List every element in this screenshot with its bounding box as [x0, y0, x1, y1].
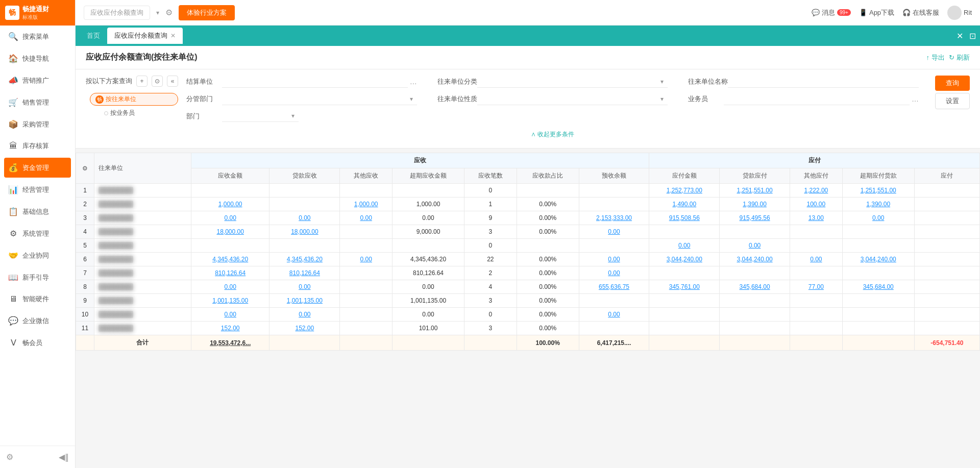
sidebar-item-purchase[interactable]: 📦 采购管理	[0, 113, 75, 135]
department-select[interactable]: ▾	[222, 110, 299, 122]
scheme-collapse-button[interactable]: «	[167, 76, 178, 87]
table-cell[interactable]: 0.00	[649, 239, 720, 253]
table-cell[interactable]: 0.00	[842, 211, 914, 225]
scheme-settings-button[interactable]: ⊙	[152, 76, 163, 87]
topbar-chevron-icon[interactable]: ▾	[156, 9, 159, 16]
close-window-icon[interactable]: ✕	[957, 31, 963, 41]
table-cell[interactable]: 0.00	[191, 308, 270, 322]
table-cell[interactable]: 1,001,135.00	[191, 294, 270, 308]
table-cell[interactable]: 810,126.64	[191, 266, 270, 280]
table-cell[interactable]: 18,000.00	[270, 225, 340, 239]
employee-input[interactable]	[724, 93, 910, 105]
table-cell[interactable]: 0.00	[579, 308, 649, 322]
setting-button[interactable]: 设置	[935, 93, 970, 109]
sidebar-item-search[interactable]: 🔍 搜索菜单	[0, 26, 75, 47]
query-button[interactable]: 查询	[935, 76, 970, 91]
sidebar-item-sales[interactable]: 🛒 销售管理	[0, 91, 75, 113]
table-cell[interactable]: 1,251,551.00	[842, 184, 914, 198]
sidebar-item-hardware[interactable]: 🖥 智能硬件	[0, 288, 75, 310]
filter-by-employee[interactable]: 按业务员	[90, 109, 178, 117]
table-cell[interactable]: 915,508.56	[649, 211, 720, 225]
table-cell[interactable]: 152.00	[270, 322, 340, 335]
table-cell[interactable]: 100.00	[790, 198, 842, 211]
partner-name-input[interactable]	[728, 76, 919, 88]
table-cell[interactable]: 0.00	[270, 308, 340, 322]
finance-icon: 💰	[8, 163, 18, 173]
table-cell[interactable]: 0.00	[340, 211, 393, 225]
settlement-input[interactable]	[222, 76, 408, 88]
table-settings-header[interactable]: ⚙	[76, 153, 94, 184]
sidebar-item-newbie[interactable]: 📖 新手引导	[0, 266, 75, 288]
employee-dots-icon[interactable]: …	[912, 95, 919, 103]
table-cell[interactable]: 1,222.00	[790, 184, 842, 198]
sidebar-item-operations[interactable]: 📊 经营管理	[0, 179, 75, 201]
table-cell[interactable]: 0.00	[579, 266, 649, 280]
table-cell[interactable]: 3,044,240.00	[720, 253, 790, 266]
table-cell[interactable]: 345,761.00	[649, 280, 720, 294]
table-cell[interactable]: 18,000.00	[191, 225, 270, 239]
messages-button[interactable]: 💬 消息 99+	[812, 8, 851, 17]
refresh-button[interactable]: ↻ 刷新	[949, 53, 970, 62]
collapse-sidebar-icon[interactable]: ◀‖	[57, 450, 71, 464]
table-cell[interactable]: 0.00	[579, 253, 649, 266]
tab-home[interactable]: 首页	[80, 28, 107, 44]
table-cell[interactable]: 0.00	[579, 225, 649, 239]
sidebar-item-basic[interactable]: 📋 基础信息	[0, 201, 75, 223]
table-cell[interactable]: 0.00	[790, 253, 842, 266]
settlement-dots-icon[interactable]: …	[410, 78, 417, 86]
table-cell[interactable]: 3,044,240.00	[842, 253, 914, 266]
table-cell[interactable]: 152.00	[191, 322, 270, 335]
collapse-more-button[interactable]: ∧ 收起更多条件	[186, 127, 919, 142]
sidebar-item-marketing[interactable]: 📣 营销推广	[0, 69, 75, 91]
table-cell[interactable]: 1,390.00	[842, 198, 914, 211]
table-cell[interactable]: 345,684.00	[842, 280, 914, 294]
add-scheme-button[interactable]: +	[136, 76, 148, 87]
solution-button[interactable]: 体验行业方案	[179, 5, 235, 20]
partner-nature-select[interactable]: ▾	[477, 93, 668, 105]
table-cell[interactable]: 1,251,551.00	[720, 184, 790, 198]
table-cell[interactable]: 1,001,135.00	[270, 294, 340, 308]
sidebar-item-wechat[interactable]: 💬 企业微信	[0, 310, 75, 332]
export-button[interactable]: ↑ 导出	[926, 53, 945, 62]
table-cell[interactable]: 2,153,333.00	[579, 211, 649, 225]
table-cell[interactable]: 13.00	[790, 211, 842, 225]
sidebar-item-member[interactable]: Ⅴ 畅会员	[0, 332, 75, 354]
table-cell[interactable]: 345,684.00	[720, 280, 790, 294]
sidebar-item-system[interactable]: ⚙ 系统管理	[0, 223, 75, 244]
table-cell[interactable]: 0.00	[270, 211, 340, 225]
table-cell[interactable]: 3,044,240.00	[649, 253, 720, 266]
table-cell[interactable]: 1,490.00	[649, 198, 720, 211]
table-cell[interactable]: 0.00	[191, 211, 270, 225]
partner-category-select[interactable]: ▾	[477, 76, 668, 88]
footer-ar-total[interactable]: 19,553,472,6...	[191, 335, 270, 351]
table-cell[interactable]: 1,252,773.00	[649, 184, 720, 198]
dept-select[interactable]: ▾	[222, 93, 417, 105]
filter-by-partner[interactable]: 畅 按往来单位	[90, 93, 178, 106]
table-cell[interactable]: 1,000.00	[340, 198, 393, 211]
table-cell[interactable]: 0.00	[340, 253, 393, 266]
user-menu[interactable]: Rit	[947, 6, 972, 20]
sidebar-item-finance[interactable]: 💰 资金管理	[4, 158, 71, 178]
sidebar-item-enterprise[interactable]: 🤝 企业协同	[0, 244, 75, 266]
maximize-icon[interactable]: ⊡	[969, 31, 976, 41]
table-cell[interactable]: 915,495.56	[720, 211, 790, 225]
table-cell[interactable]: 810,126.64	[270, 266, 340, 280]
service-button[interactable]: 🎧 在线客服	[902, 8, 939, 17]
sidebar-item-quicknav[interactable]: 🏠 快捷导航	[0, 47, 75, 69]
table-cell[interactable]: 1,390.00	[720, 198, 790, 211]
tab-close-icon[interactable]: ✕	[170, 32, 176, 39]
settings-footer-icon[interactable]: ⚙	[4, 450, 15, 464]
filter-fields-panel: 结算单位 … 往来单位分类 ▾ 往来单位名称	[186, 76, 919, 142]
table-cell[interactable]: 1,000.00	[191, 198, 270, 211]
table-cell[interactable]: 4,345,436.20	[270, 253, 340, 266]
table-cell[interactable]: 0.00	[720, 239, 790, 253]
tab-ar-ap[interactable]: 应收应付余额查询 ✕	[107, 28, 183, 44]
table-cell[interactable]: 77.00	[790, 280, 842, 294]
topbar-gear-icon[interactable]: ⚙	[165, 8, 173, 17]
table-cell[interactable]: 0.00	[191, 280, 270, 294]
sidebar-item-inventory[interactable]: 🏛 库存核算	[0, 135, 75, 157]
table-cell[interactable]: 655,636.75	[579, 280, 649, 294]
table-cell[interactable]: 4,345,436.20	[191, 253, 270, 266]
app-download-button[interactable]: 📱 App下载	[859, 8, 894, 17]
table-cell[interactable]: 0.00	[270, 280, 340, 294]
